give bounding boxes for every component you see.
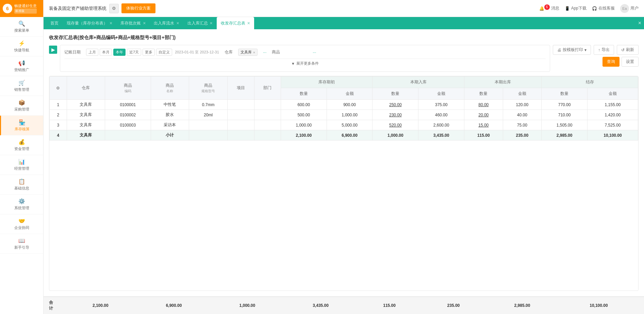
user-item[interactable]: Ea 用户 [620,4,639,13]
page-content: 收发存汇总表(按仓库+商品编码+商品+规格型号+项目+部门) ▶ 记账日期 上月… [44,29,644,296]
cell-name: 小计 [151,130,189,141]
system-icon: ⚙️ [18,198,25,204]
th-opening-group: 库存期初 [281,77,373,88]
th-goods-code: 商品编码 [105,77,151,100]
main-content: 装备及固定资产辅助管理系统 ⚙ 体验行业方案 🔔 6 消息 📱 App下载 🎧 … [44,0,644,314]
cell-no: 3 [50,120,67,130]
cell-out-qty[interactable]: 20.00 [464,110,503,120]
total-closing-amt: 10,100.00 [559,303,639,308]
system-title: 装备及固定资产辅助管理系统 [49,5,106,12]
cell-out-qty[interactable]: 15.00 [464,120,503,130]
tab-inout-summary[interactable]: 出入库汇总 × [183,17,217,29]
sidebar-item-enterprise[interactable]: 🤝 企业协同 [0,214,43,234]
sidebar-item-label: 基础信息 [14,186,29,191]
date-btn-more[interactable]: 更多 [143,49,155,56]
date-btn-custom[interactable]: 自定义 [156,49,172,56]
tab-close-icon[interactable]: × [210,20,213,26]
tab-inventory-dist[interactable]: 现存量（库存分布表） × [63,17,116,29]
basic-icon: 📋 [18,178,25,185]
sidebar-item-guide[interactable]: 📖 新手引导 [0,234,43,254]
tab-batch[interactable]: 库存批次账 × [116,17,150,29]
cell-code: 0100001 [105,100,151,110]
cell-in-amt: 375.00 [418,100,464,110]
sidebar-item-label: 快捷导航 [14,48,29,53]
tab-close-icon[interactable]: × [176,20,179,26]
print-button[interactable]: 🖨 按模板打印 ▾ [553,45,591,55]
sidebar-item-search[interactable]: 🔍 搜索菜单 [0,17,43,37]
tab-close-icon[interactable]: × [247,20,250,26]
cell-spec: 0.7mm [189,100,228,110]
cell-out-qty[interactable]: 80.00 [464,100,503,110]
goods-more[interactable]: ··· [313,50,316,55]
date-btn-last-month[interactable]: 上月 [86,49,98,56]
avatar: Ea [620,4,629,13]
date-btn-this-year[interactable]: 本年 [113,49,126,56]
date-btn-7days[interactable]: 近7天 [127,49,141,56]
notification-item[interactable]: 🔔 6 消息 [539,5,559,11]
table-row: 2 文具库 0100002 胶水 20ml 500.00 1,000.00 23… [50,110,638,120]
sidebar-item-label: 系统管理 [14,205,29,211]
warehouse-filter-tag[interactable]: 文具库 × [238,49,258,56]
settings-btn[interactable]: 设置 [622,57,639,67]
cell-closing-qty: 2,985.00 [542,130,588,141]
cell-in-qty[interactable]: 230.00 [373,110,418,120]
tab-close-icon[interactable]: × [143,20,146,26]
table-row: 3 文具库 0100003 采访本 1,000.00 5,000.00 520.… [50,120,638,130]
cell-project [228,110,254,120]
th-goods-spec: 商品规格型号 [189,77,228,100]
app-download-label: App下载 [571,5,587,11]
th-settings[interactable]: ⚙ [50,77,67,100]
total-table: 2,100.00 6,900.00 1,000.00 3,435.00 115.… [64,303,639,308]
expand-filter-button[interactable]: ▶ [49,46,57,54]
warehouse-value: 文具库 [241,50,252,55]
th-out-amt: 金额 [503,88,542,100]
cell-out-amt: 120.00 [503,100,542,110]
cell-spec [189,130,228,141]
print-label: 按模板打印 [563,47,583,53]
expand-conditions-btn[interactable]: ▼ 展开更多条件 [64,59,546,68]
th-closing-qty: 数量 [542,88,588,100]
cell-out-amt: 235.00 [503,130,542,141]
cell-closing-amt: 1,155.00 [587,100,638,110]
warehouse-tag-close[interactable]: × [253,50,255,54]
tab-home[interactable]: 首页 [46,17,63,29]
data-table: ⚙ 仓库 商品编码 商品名称 商品规格型号 项目 部门 库存期初 本期入库 本期… [49,76,638,141]
refresh-label: 刷新 [626,47,634,53]
marketing-icon: 📢 [18,60,25,66]
tab-inout-flow-label: 出入库流水 [154,20,174,26]
gear-button[interactable]: ⚙ [109,4,119,13]
sidebar-item-inventory[interactable]: 🏪 库存核算 [0,116,43,135]
warehouse-more[interactable]: ··· [263,50,266,55]
total-in-qty: 1,000.00 [211,303,284,308]
sidebar-item-marketing[interactable]: 📢 营销推广 [0,56,43,76]
cell-dept [254,130,281,141]
th-closing-amt: 金额 [587,88,638,100]
trial-button[interactable]: 体验行业方案 [121,3,155,13]
tab-close-icon[interactable]: × [110,20,112,26]
date-btn-this-month[interactable]: 本月 [100,49,112,56]
page-title: 收发存汇总表(按仓库+商品编码+商品+规格型号+项目+部门) [49,35,639,41]
app-download-item[interactable]: 📱 App下载 [565,5,587,11]
date-label: 记账日期 [64,49,81,55]
close-all-tabs[interactable]: × [638,20,641,26]
cell-in-qty[interactable]: 520.00 [373,120,418,130]
sidebar-item-operation[interactable]: 📊 经营管理 [0,155,43,175]
tab-inout-flow[interactable]: 出入库流水 × [150,17,183,29]
export-button[interactable]: ↑ 导出 [594,45,614,55]
sidebar-item-purchase[interactable]: 📦 采购管理 [0,96,43,116]
th-opening-amt: 金额 [327,88,373,100]
query-button[interactable]: 查询 [602,57,620,67]
sidebar-item-system[interactable]: ⚙️ 系统管理 [0,195,43,214]
sidebar-item-basic[interactable]: 📋 基础信息 [0,175,43,195]
cell-in-qty[interactable]: 250.00 [373,100,418,110]
sidebar-item-sales[interactable]: 🛒 销售管理 [0,76,43,96]
cell-opening-amt: 6,900.00 [327,130,373,141]
tab-recv-send-summary[interactable]: 收发存汇总表 × [217,17,254,29]
sidebar-item-quick-nav[interactable]: ⚡ 快捷导航 [0,37,43,56]
th-dept: 部门 [254,77,281,100]
online-service-item[interactable]: 🎧 在线客服 [592,5,615,11]
notification-label: 消息 [551,5,559,11]
sidebar-item-finance[interactable]: 💰 资金管理 [0,135,43,155]
refresh-button[interactable]: ↺ 刷新 [617,45,639,55]
cell-out-qty: 115.00 [464,130,503,141]
